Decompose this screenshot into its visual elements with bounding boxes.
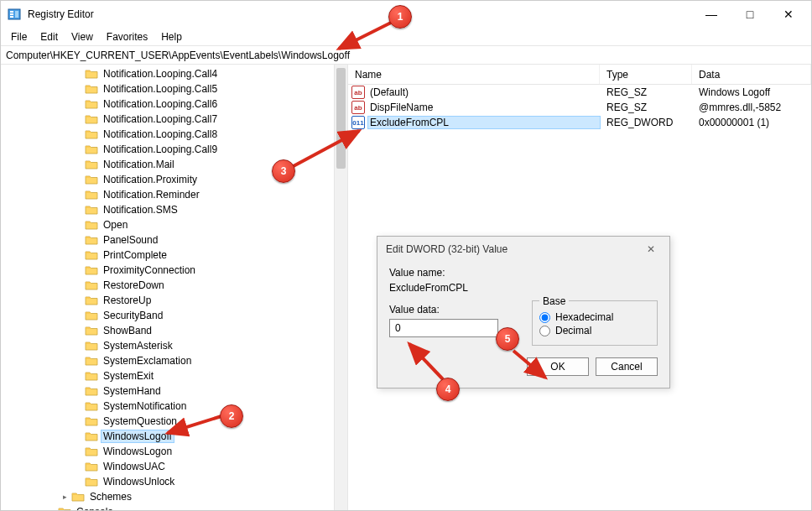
value-type: REG_SZ <box>600 102 692 113</box>
tree-item-showband[interactable]: ShowBand <box>1 323 347 338</box>
tree-twisty-icon[interactable] <box>73 190 83 200</box>
tree-item-notification-proximity[interactable]: Notification.Proximity <box>1 172 347 187</box>
cancel-button[interactable]: Cancel <box>596 357 658 376</box>
tree-item-systemnotification[interactable]: SystemNotification <box>1 399 347 414</box>
tree-twisty-icon[interactable] <box>73 477 83 487</box>
tree-item-proximityconnection[interactable]: ProximityConnection <box>1 263 347 278</box>
tree-item-notification-mail[interactable]: Notification.Mail <box>1 157 347 172</box>
tree-item-securityband[interactable]: SecurityBand <box>1 308 347 323</box>
folder-icon <box>85 83 98 95</box>
folder-icon <box>85 430 98 442</box>
tree-twisty-icon[interactable] <box>73 416 83 426</box>
col-name[interactable]: Name <box>348 65 600 84</box>
value-row[interactable]: abDispFileNameREG_SZ@mmres.dll,-5852 <box>348 100 811 115</box>
folder-icon <box>85 279 98 291</box>
tree-item-notification-looping-call9[interactable]: Notification.Looping.Call9 <box>1 142 347 157</box>
tree-pane[interactable]: Notification.Looping.Call4Notification.L… <box>1 65 348 510</box>
tree-item-panelsound[interactable]: PanelSound <box>1 232 347 248</box>
tree-twisty-icon[interactable] <box>73 175 83 185</box>
tree-twisty-icon[interactable] <box>73 401 83 411</box>
menu-file[interactable]: File <box>4 29 34 44</box>
tree-item-windowslogon[interactable]: WindowsLogon <box>1 444 347 459</box>
folder-icon <box>85 400 98 412</box>
tree-item-windowslogoff[interactable]: WindowsLogoff <box>1 429 347 444</box>
tree-twisty-icon[interactable] <box>73 326 83 336</box>
tree-item-notification-looping-call7[interactable]: Notification.Looping.Call7 <box>1 112 347 127</box>
tree-twisty-icon[interactable] <box>73 205 83 215</box>
tree-twisty-icon[interactable] <box>73 280 83 290</box>
tree-item-notification-reminder[interactable]: Notification.Reminder <box>1 187 347 202</box>
menu-view[interactable]: View <box>65 29 100 44</box>
dialog-close-button[interactable]: ✕ <box>641 239 661 259</box>
tree-item-notification-looping-call5[interactable]: Notification.Looping.Call5 <box>1 81 347 96</box>
tree-item-label: WindowsLogon <box>102 446 174 457</box>
tree-twisty-icon[interactable] <box>73 461 83 472</box>
tree-twisty-icon[interactable]: ▸ <box>46 507 56 510</box>
tree-twisty-icon[interactable] <box>73 99 83 109</box>
tree-twisty-icon[interactable] <box>73 356 83 366</box>
value-row[interactable]: 011ExcludeFromCPLREG_DWORD0x00000001 (1) <box>348 115 811 130</box>
menu-help[interactable]: Help <box>154 29 189 44</box>
folder-icon <box>85 189 98 201</box>
value-data-input[interactable] <box>389 319 498 337</box>
tree-item-console[interactable]: ▸Console <box>1 504 347 510</box>
value-row[interactable]: ab(Default)REG_SZWindows Logoff <box>348 85 811 100</box>
tree-item-systemhand[interactable]: SystemHand <box>1 383 347 399</box>
col-type[interactable]: Type <box>600 65 692 84</box>
folder-icon <box>85 113 98 125</box>
address-input[interactable] <box>1 48 811 63</box>
minimize-button[interactable]: — <box>692 1 731 28</box>
menu-favorites[interactable]: Favorites <box>100 29 154 44</box>
tree-twisty-icon[interactable] <box>73 295 83 305</box>
tree-item-notification-looping-call8[interactable]: Notification.Looping.Call8 <box>1 127 347 142</box>
tree-item-printcomplete[interactable]: PrintComplete <box>1 248 347 263</box>
tree-twisty-icon[interactable] <box>73 310 83 321</box>
tree-twisty-icon[interactable] <box>73 84 83 94</box>
tree-twisty-icon[interactable] <box>73 446 83 456</box>
tree-twisty-icon[interactable] <box>73 371 83 381</box>
tree-twisty-icon[interactable] <box>73 159 83 169</box>
tree-twisty-icon[interactable] <box>73 69 83 79</box>
menu-edit[interactable]: Edit <box>34 29 65 44</box>
col-data[interactable]: Data <box>692 65 811 84</box>
value-name: ExcludeFromCPL <box>368 117 600 128</box>
tree-twisty-icon[interactable] <box>73 250 83 260</box>
tree-item-schemes[interactable]: ▸Schemes <box>1 489 347 504</box>
tree-item-windowsunlock[interactable]: WindowsUnlock <box>1 474 347 489</box>
folder-icon <box>85 174 98 185</box>
radio-decimal[interactable]: Decimal <box>539 325 650 336</box>
tree-item-systemasterisk[interactable]: SystemAsterisk <box>1 338 347 353</box>
tree-item-notification-looping-call4[interactable]: Notification.Looping.Call4 <box>1 66 347 81</box>
tree-twisty-icon[interactable] <box>73 265 83 275</box>
tree-item-notification-looping-call6[interactable]: Notification.Looping.Call6 <box>1 96 347 112</box>
tree-item-restoredown[interactable]: RestoreDown <box>1 278 347 293</box>
tree-item-systemquestion[interactable]: SystemQuestion <box>1 414 347 429</box>
close-button[interactable]: ✕ <box>769 1 808 28</box>
tree-twisty-icon[interactable] <box>73 431 83 441</box>
tree-item-windowsuac[interactable]: WindowsUAC <box>1 459 347 474</box>
tree-scrollbar[interactable] <box>334 65 347 510</box>
tree-twisty-icon[interactable] <box>73 341 83 351</box>
tree-item-notification-sms[interactable]: Notification.SMS <box>1 202 347 217</box>
tree-twisty-icon[interactable] <box>73 386 83 396</box>
tree-item-restoreup[interactable]: RestoreUp <box>1 293 347 308</box>
tree-twisty-icon[interactable] <box>73 144 83 154</box>
ok-button[interactable]: OK <box>527 357 589 376</box>
tree-twisty-icon[interactable] <box>73 114 83 124</box>
tree-item-systemexit[interactable]: SystemExit <box>1 368 347 383</box>
tree-item-open[interactable]: Open <box>1 217 347 232</box>
tree-twisty-icon[interactable] <box>73 129 83 139</box>
tree-item-label: Notification.Looping.Call4 <box>102 68 219 80</box>
tree-twisty-icon[interactable] <box>73 220 83 230</box>
radio-dec-input[interactable] <box>539 326 550 336</box>
maximize-button[interactable]: □ <box>731 1 769 28</box>
folder-icon <box>71 491 85 503</box>
radio-hexadecimal[interactable]: Hexadecimal <box>539 311 650 323</box>
tree-item-label: SystemAsterisk <box>102 340 174 352</box>
value-data-label: Value data: <box>389 304 532 315</box>
tree-twisty-icon[interactable]: ▸ <box>60 492 70 502</box>
base-fieldset: Base Hexadecimal Decimal <box>532 300 658 346</box>
radio-hex-input[interactable] <box>539 312 550 323</box>
tree-item-systemexclamation[interactable]: SystemExclamation <box>1 353 347 368</box>
tree-twisty-icon[interactable] <box>73 235 83 245</box>
